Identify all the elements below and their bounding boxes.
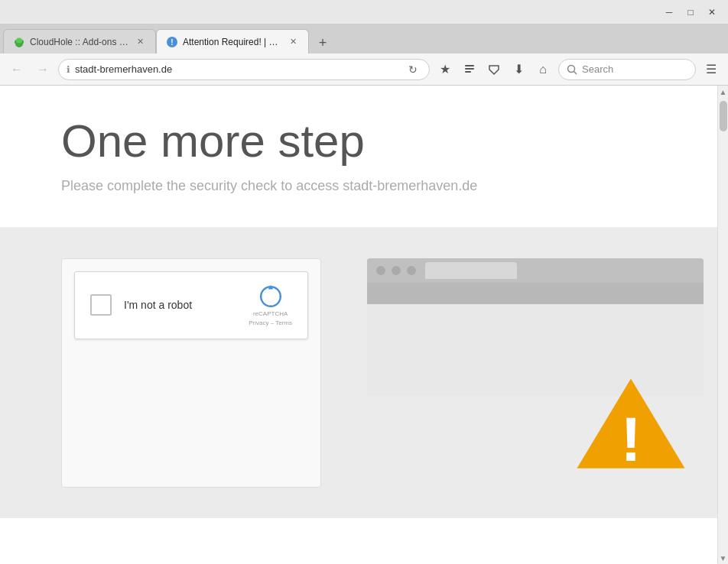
search-icon	[567, 64, 577, 75]
toolbar-icons: ★ ⬇ ⌂	[434, 59, 554, 80]
illustration-area: !	[367, 258, 704, 488]
recaptcha-widget[interactable]: I'm not a robot reCAPTCHA Privacy	[74, 271, 308, 339]
browser-mockup-bar	[367, 283, 704, 304]
tab-cloudhole-label: CloudHole :: Add-ons for ...	[30, 37, 129, 47]
warning-triangle-svg: !	[574, 373, 688, 472]
title-bar-controls: ─ □ ✕	[659, 2, 722, 22]
minimize-button[interactable]: ─	[659, 2, 679, 22]
recaptcha-checkbox[interactable]	[90, 294, 112, 316]
title-bar: ─ □ ✕	[0, 0, 728, 24]
mock-dot-2	[392, 266, 401, 275]
scrollbar-down-button[interactable]: ▼	[718, 552, 729, 564]
download-button[interactable]: ⬇	[508, 59, 529, 80]
address-bar: ← → ℹ stadt-bremerhaven.de ↻ ★ ⬇ ⌂ Searc…	[0, 53, 728, 86]
svg-text:!: !	[620, 404, 641, 472]
scrollbar[interactable]: ▲ ▼	[717, 86, 728, 564]
reader-button[interactable]	[459, 59, 480, 80]
recaptcha-brand: reCAPTCHA	[253, 310, 288, 318]
close-button[interactable]: ✕	[702, 2, 722, 22]
tab-cloudhole[interactable]: CloudHole :: Add-ons for ... ✕	[3, 29, 156, 53]
forward-button[interactable]: →	[32, 59, 54, 80]
svg-point-3	[16, 37, 22, 43]
reload-button[interactable]: ↻	[405, 61, 421, 78]
address-input-wrap[interactable]: ℹ stadt-bremerhaven.de ↻	[58, 59, 430, 80]
main-heading: One more step	[61, 116, 679, 167]
pocket-button[interactable]	[483, 59, 505, 80]
url-text: stadt-bremerhaven.de	[75, 63, 400, 75]
new-tab-button[interactable]: +	[312, 32, 333, 53]
home-button[interactable]: ⌂	[532, 59, 554, 80]
mock-tab	[425, 262, 517, 279]
search-placeholder: Search	[582, 63, 613, 75]
recaptcha-icon	[258, 284, 283, 309]
scrollbar-up-button[interactable]: ▲	[718, 86, 729, 98]
recaptcha-links: Privacy – Terms	[249, 319, 292, 326]
mock-dot-1	[376, 266, 385, 275]
bookmark-button[interactable]: ★	[434, 59, 456, 80]
svg-rect-8	[465, 71, 471, 73]
tab-cloudhole-close[interactable]: ✕	[134, 36, 146, 48]
browser-mockup-top	[367, 258, 704, 283]
browser-content: One more step Please complete the securi…	[0, 86, 728, 564]
security-icon: ℹ	[67, 64, 70, 75]
sub-heading: Please complete the security check to ac…	[61, 176, 581, 196]
svg-rect-6	[465, 65, 474, 66]
tab-cloudhole-icon	[13, 36, 25, 48]
back-button[interactable]: ←	[6, 59, 28, 80]
tab-attention-label: Attention Required! | Clou...	[183, 37, 282, 47]
tabs-bar: CloudHole :: Add-ons for ... ✕ ! Attenti…	[0, 24, 728, 53]
scrollbar-thumb[interactable]	[720, 101, 727, 131]
recaptcha-outer: I'm not a robot reCAPTCHA Privacy	[61, 258, 321, 488]
page-top-section: One more step Please complete the securi…	[0, 86, 717, 228]
warning-triangle: !	[574, 373, 688, 472]
tab-attention-icon: !	[166, 36, 178, 48]
tab-attention-close[interactable]: ✕	[287, 36, 299, 48]
recaptcha-label: I'm not a robot	[124, 299, 236, 311]
page-bottom-section: I'm not a robot reCAPTCHA Privacy	[0, 228, 717, 518]
mock-dot-3	[407, 266, 416, 275]
scrollbar-track[interactable]	[718, 98, 729, 552]
menu-button[interactable]: ☰	[700, 59, 722, 80]
maximize-button[interactable]: □	[681, 2, 700, 22]
svg-line-10	[574, 71, 577, 74]
recaptcha-logo: reCAPTCHA Privacy – Terms	[249, 284, 292, 326]
svg-text:!: !	[171, 38, 173, 47]
page-area: One more step Please complete the securi…	[0, 86, 717, 564]
svg-rect-7	[465, 68, 474, 70]
tab-attention[interactable]: ! Attention Required! | Clou... ✕	[156, 29, 309, 53]
search-input-wrap[interactable]: Search	[558, 59, 696, 80]
svg-point-9	[568, 65, 575, 72]
